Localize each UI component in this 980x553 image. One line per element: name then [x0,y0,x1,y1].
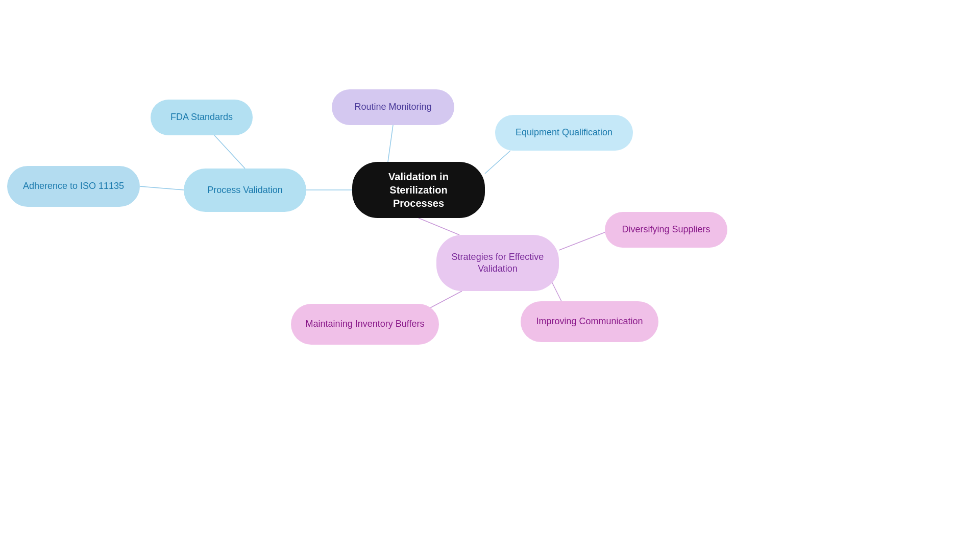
improving-communication-label: Improving Communication [536,316,643,327]
fda-standards-label: FDA Standards [170,111,233,123]
center-node[interactable]: Validation in Sterilization Processes [352,162,485,218]
strategies-label: Strategies for Effective Validation [449,251,547,275]
improving-communication-node[interactable]: Improving Communication [521,301,658,342]
iso-adherence-node[interactable]: Adherence to ISO 11135 [7,166,140,207]
diversifying-suppliers-node[interactable]: Diversifying Suppliers [605,212,727,248]
svg-line-3 [388,125,393,162]
routine-monitoring-label: Routine Monitoring [354,101,431,113]
routine-monitoring-node[interactable]: Routine Monitoring [332,89,454,125]
fda-standards-node[interactable]: FDA Standards [151,100,253,135]
strategies-node[interactable]: Strategies for Effective Validation [436,235,559,291]
svg-line-1 [214,135,245,169]
svg-line-4 [485,151,510,174]
iso-adherence-label: Adherence to ISO 11135 [23,180,124,192]
equipment-qualification-node[interactable]: Equipment Qualification [495,115,633,151]
svg-line-2 [140,186,184,190]
process-validation-label: Process Validation [207,184,283,196]
equipment-qualification-label: Equipment Qualification [516,127,612,138]
inventory-buffers-label: Maintaining Inventory Buffers [306,318,425,330]
svg-line-6 [559,232,605,250]
process-validation-node[interactable]: Process Validation [184,169,306,212]
inventory-buffers-node[interactable]: Maintaining Inventory Buffers [291,304,439,345]
center-node-label: Validation in Sterilization Processes [364,170,473,210]
svg-line-5 [419,218,459,235]
diversifying-suppliers-label: Diversifying Suppliers [622,224,710,235]
